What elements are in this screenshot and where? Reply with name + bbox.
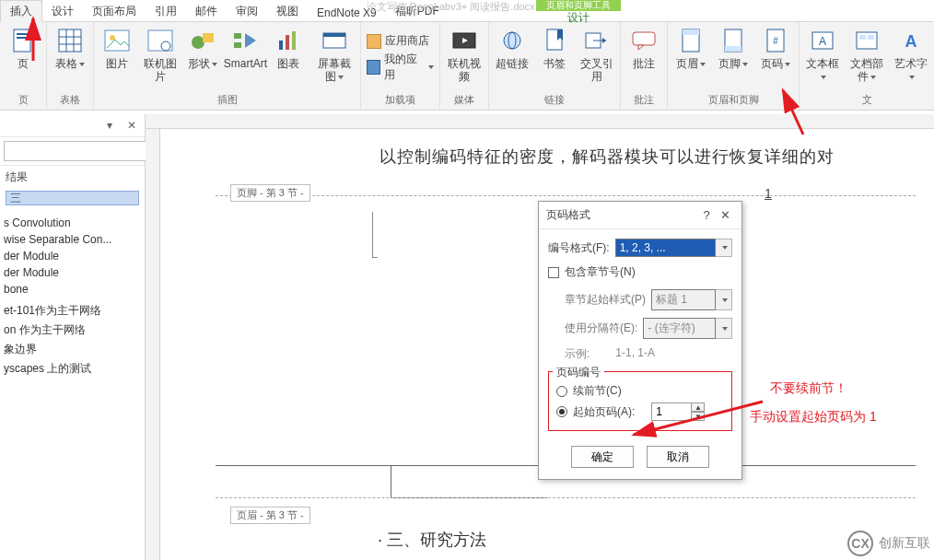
online-pictures-button[interactable]: 联机图片 <box>142 26 178 83</box>
tab-design[interactable]: 设计 <box>42 1 83 21</box>
tree-item[interactable]: s Convolution <box>0 215 145 231</box>
watermark-logo-icon: CX <box>847 531 873 556</box>
header-button[interactable]: 页眉 <box>673 26 708 70</box>
table-icon <box>55 26 85 55</box>
search-input[interactable] <box>4 141 151 161</box>
svg-text:A: A <box>819 35 826 48</box>
start-at-input[interactable] <box>651 402 692 421</box>
text-box-button[interactable]: A 文本框 <box>805 26 840 83</box>
hyperlink-button[interactable]: 超链接 <box>495 26 530 70</box>
watermark: CX 创新互联 <box>847 531 930 556</box>
page-number-in-body: 1 <box>765 186 772 201</box>
pages-button[interactable]: 页 <box>6 26 41 70</box>
page-numbering-group: 页码编号 续前节(C) 起始页码(A): ▲ ▼ <box>548 371 732 431</box>
pages-label: 页 <box>18 57 29 70</box>
number-format-label: 编号格式(F): <box>548 240 610 256</box>
tab-insert[interactable]: 插入 <box>0 0 42 22</box>
spin-up-button[interactable]: ▲ <box>692 402 705 412</box>
tree-item[interactable]: et-101作为主干网络 <box>0 301 145 321</box>
number-format-combo[interactable]: 1, 2, 3, ... <box>615 239 732 257</box>
svg-rect-1 <box>17 33 28 35</box>
tab-mailings[interactable]: 邮件 <box>186 1 227 21</box>
group-label-media: 媒体 <box>446 91 483 110</box>
svg-text:A: A <box>905 32 917 51</box>
svg-rect-33 <box>683 29 699 35</box>
checkbox-icon <box>548 267 559 278</box>
contextual-tab[interactable]: 设计 <box>536 11 621 24</box>
header-icon <box>676 26 706 55</box>
separator-label: 使用分隔符(E): <box>565 321 637 336</box>
dialog-close-button[interactable]: ✕ <box>716 208 734 222</box>
tree-item[interactable]: wise Separable Con... <box>0 231 145 248</box>
svg-rect-14 <box>234 33 241 39</box>
screenshot-icon <box>320 26 349 55</box>
chart-button[interactable]: 图表 <box>271 26 306 70</box>
chapter-start-label: 章节起始样式(P) <box>565 292 646 308</box>
tree-item[interactable]: bone <box>0 281 145 298</box>
pane-menu-button[interactable]: ▾ <box>102 118 117 133</box>
my-apps-button[interactable]: 我的应用 <box>367 52 434 83</box>
pane-close-button[interactable]: ✕ <box>124 118 139 133</box>
group-label-comments: 批注 <box>626 91 661 110</box>
cancel-button[interactable]: 取消 <box>647 446 709 468</box>
chevron-down-icon <box>716 318 732 339</box>
svg-rect-17 <box>279 41 283 50</box>
wordart-button[interactable]: A 艺术字 <box>893 26 928 83</box>
svg-rect-21 <box>323 33 345 37</box>
group-label-tables: 表格 <box>53 91 88 110</box>
cross-ref-button[interactable]: 交叉引用 <box>579 26 614 83</box>
tab-foxit[interactable]: 福昕PDF <box>386 1 449 21</box>
results-selected[interactable]: 三 <box>6 191 139 205</box>
table-label: 表格 <box>55 57 85 70</box>
tree-item[interactable]: der Module <box>0 248 145 264</box>
svg-point-9 <box>110 35 115 41</box>
annotation-line1: 不要续前节！ <box>770 380 847 397</box>
table-button[interactable]: 表格 <box>53 26 88 70</box>
bookmark-button[interactable]: 书签 <box>537 26 572 70</box>
group-label-illustrations: 插图 <box>99 91 355 110</box>
svg-rect-2 <box>17 37 28 39</box>
ribbon-group-headerfooter: 页眉 页脚 # 页码 页眉和页脚 <box>668 22 800 110</box>
dialog-title: 页码格式 <box>546 207 697 223</box>
annotation-line2: 手动设置起始页码为 1 <box>750 409 877 426</box>
shapes-button[interactable]: 形状 <box>185 26 220 70</box>
tab-view[interactable]: 视图 <box>267 1 308 21</box>
tree-item[interactable]: yscapes 上的测试 <box>0 359 145 379</box>
dialog-help-button[interactable]: ? <box>697 208 716 222</box>
screenshot-button[interactable]: 屏幕截图 <box>313 26 356 83</box>
store-icon <box>367 34 381 49</box>
continue-previous-radio[interactable]: 续前节(C) <box>556 383 724 399</box>
page-number-button[interactable]: # 页码 <box>758 26 793 70</box>
wordart-icon: A <box>896 26 926 55</box>
ok-button[interactable]: 确定 <box>571 446 634 468</box>
ribbon-group-media: 联机视频 媒体 <box>440 22 489 110</box>
tab-endnote[interactable]: EndNote X9 <box>308 4 386 21</box>
tab-references[interactable]: 引用 <box>146 1 186 21</box>
online-video-button[interactable]: 联机视频 <box>446 26 483 83</box>
footer-button[interactable]: 页脚 <box>716 26 751 70</box>
tree-item[interactable]: on 作为主干网络 <box>0 321 145 340</box>
ribbon-tabs: 插入 设计 页面布局 引用 邮件 审阅 视图 EndNote X9 福昕PDF <box>0 0 934 22</box>
quick-parts-button[interactable]: 文档部件 <box>847 26 886 83</box>
ribbon-group-links: 超链接 书签 交叉引用 链接 <box>489 22 621 110</box>
group-label-addins: 加载项 <box>367 91 434 110</box>
spin-down-button[interactable]: ▼ <box>692 412 705 421</box>
quickparts-icon <box>852 26 881 55</box>
tree-item[interactable]: der Module <box>0 264 145 281</box>
header-section-tag: 页眉 - 第 3 节 - <box>230 507 310 524</box>
svg-point-11 <box>161 41 170 51</box>
pictures-button[interactable]: 图片 <box>99 26 134 70</box>
store-button[interactable]: 应用商店 <box>367 33 429 49</box>
tab-review[interactable]: 审阅 <box>227 1 267 21</box>
start-at-spinner[interactable]: ▲ ▼ <box>651 402 705 421</box>
svg-rect-15 <box>234 42 241 48</box>
include-chapter-checkbox[interactable]: 包含章节号(N) <box>548 264 732 280</box>
chevron-down-icon[interactable] <box>716 239 732 257</box>
start-at-radio[interactable]: 起始页码(A): ▲ ▼ <box>556 402 724 421</box>
comment-button[interactable]: 批注 <box>626 26 661 70</box>
ruler-horizontal <box>146 114 934 129</box>
tab-layout[interactable]: 页面布局 <box>83 1 146 21</box>
smartart-button[interactable]: SmartArt <box>228 26 263 70</box>
ribbon-group-text: A 文本框 文档部件 A 艺术字 文 <box>800 22 934 110</box>
tree-item[interactable]: 象边界 <box>0 340 145 359</box>
